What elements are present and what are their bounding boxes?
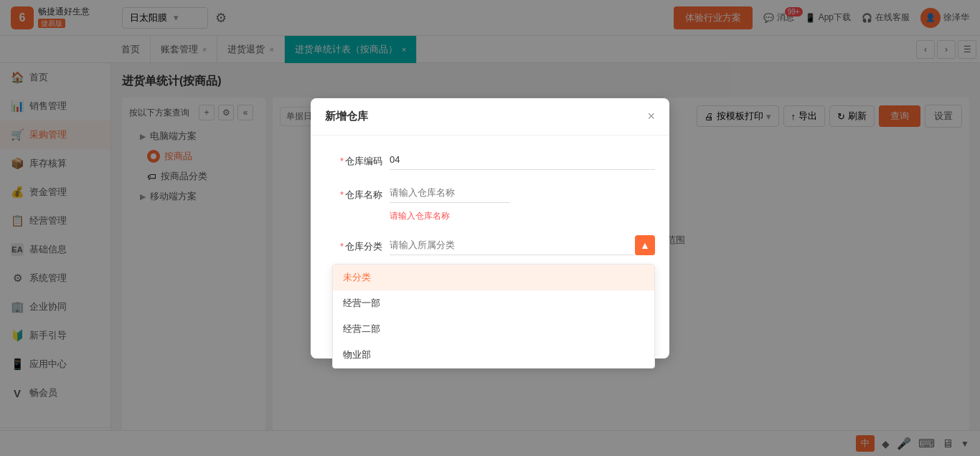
dropdown-item-0[interactable]: 未分类 [333, 265, 654, 290]
modal-header: 新增仓库 × [311, 98, 669, 136]
dropdown-item-1[interactable]: 经营一部 [333, 290, 654, 316]
category-wrap: ▲ 未分类 经营一部 经营二部 物业部 [390, 235, 655, 255]
dropdown-item-2[interactable]: 经营二部 [333, 316, 654, 342]
modal-close-btn[interactable]: × [647, 110, 655, 123]
modal-title: 新增仓库 [325, 110, 368, 123]
modal-body: *仓库编码 *仓库名称 请输入仓库名称 [311, 136, 669, 315]
modal-overlay: 新增仓库 × *仓库编码 *仓库名称 [0, 0, 980, 456]
name-input[interactable] [390, 183, 510, 203]
category-dropdown-list: 未分类 经营一部 经营二部 物业部 [332, 264, 655, 369]
code-input[interactable] [390, 150, 655, 170]
dropdown-item-3[interactable]: 物业部 [333, 342, 654, 368]
name-error-wrap: 请输入仓库名称 [325, 210, 450, 222]
name-error-msg: 请输入仓库名称 [390, 211, 450, 221]
form-row-code: *仓库编码 [325, 150, 655, 170]
category-dropdown-toggle[interactable]: ▲ [635, 235, 655, 255]
form-row-name: *仓库名称 请输入仓库名称 [325, 183, 655, 222]
form-row-category: *仓库分类 ▲ 未分类 经营一部 经营二部 物业部 [325, 235, 655, 255]
name-input-wrap [390, 183, 655, 203]
modal-add-warehouse: 新增仓库 × *仓库编码 *仓库名称 [311, 98, 669, 358]
category-label: *仓库分类 [325, 235, 382, 253]
category-input[interactable] [390, 235, 655, 255]
name-input-row: *仓库名称 [325, 183, 655, 203]
name-label: *仓库名称 [325, 184, 382, 201]
code-label: *仓库编码 [325, 150, 382, 168]
